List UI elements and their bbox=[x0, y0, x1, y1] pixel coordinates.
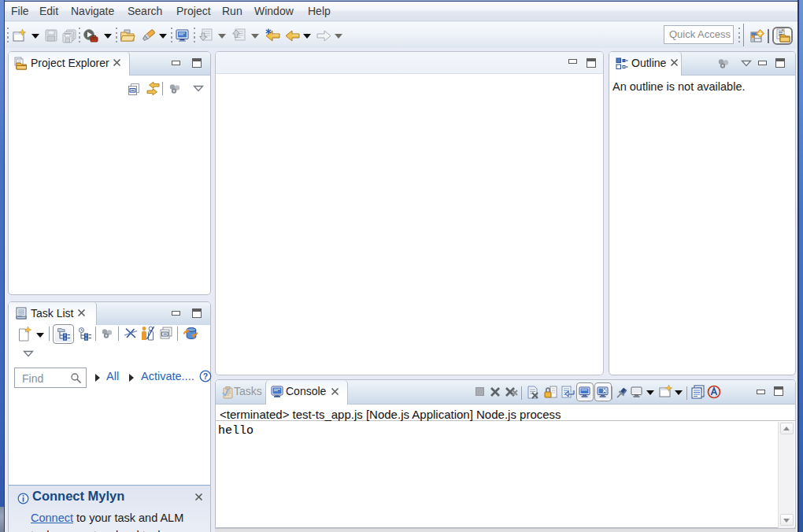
svg-text:?: ? bbox=[203, 371, 208, 381]
